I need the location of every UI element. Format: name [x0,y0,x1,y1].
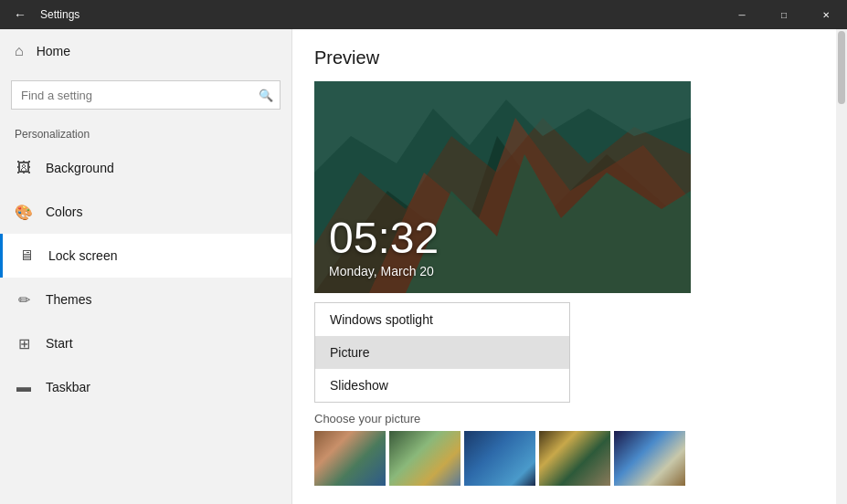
sidebar-item-label: Themes [46,292,92,307]
search-input[interactable] [11,80,281,110]
choose-picture-label: Choose your picture [314,412,825,425]
titlebar: ← Settings ─ □ ✕ [0,0,847,29]
back-button[interactable]: ← [7,2,33,27]
sidebar-item-label: Background [46,161,114,175]
colors-icon: 🎨 [15,204,33,221]
section-title: Personalization [0,117,291,146]
sidebar-item-colors[interactable]: 🎨 Colors [0,190,291,234]
preview-title: Preview [314,47,825,68]
background-type-dropdown: Windows spotlight Picture Slideshow [314,302,691,403]
scrollbar-track[interactable] [836,29,847,504]
close-button[interactable]: ✕ [805,0,847,29]
main-content: Preview 05:32 Monday, March 20 Windows s… [292,29,847,504]
search-icon: 🔍 [259,89,273,102]
dropdown-option-picture[interactable]: Picture [315,336,569,369]
picture-thumbnails [314,431,691,486]
sidebar-item-start[interactable]: ⊞ Start [0,321,291,365]
dropdown-option-windows-spotlight[interactable]: Windows spotlight [315,303,569,336]
app-body: ⌂ Home 🔍 Personalization 🖼 Background 🎨 … [0,29,847,504]
dropdown-list: Windows spotlight Picture Slideshow [314,302,570,403]
minimize-button[interactable]: ─ [721,0,763,29]
sidebar: ⌂ Home 🔍 Personalization 🖼 Background 🎨 … [0,29,292,504]
sidebar-item-taskbar[interactable]: ▬ Taskbar [0,365,291,409]
preview-overlay: 05:32 Monday, March 20 [314,81,691,293]
lock-screen-icon: 🖥 [17,247,36,264]
window-title: Settings [40,8,721,21]
preview-image: 05:32 Monday, March 20 [314,81,691,293]
start-icon: ⊞ [15,335,33,352]
thumbnail-1[interactable] [314,431,386,486]
search-container: 🔍 [11,80,281,110]
back-icon: ← [14,7,26,22]
themes-icon: ✏ [15,291,33,309]
sidebar-item-lock-screen[interactable]: 🖥 Lock screen [0,234,291,278]
sidebar-item-themes[interactable]: ✏ Themes [0,278,291,321]
sidebar-item-label: Lock screen [48,248,117,263]
close-icon: ✕ [822,10,830,20]
taskbar-icon: ▬ [15,379,33,395]
window-controls: ─ □ ✕ [721,0,847,29]
thumbnail-4[interactable] [539,431,610,486]
thumbnail-2[interactable] [389,431,461,486]
sidebar-item-label: Colors [46,205,82,219]
sidebar-item-home[interactable]: ⌂ Home [0,29,291,73]
sidebar-item-background[interactable]: 🖼 Background [0,146,291,190]
sidebar-item-label: Taskbar [46,380,90,394]
home-icon: ⌂ [15,43,24,59]
maximize-icon: □ [781,10,787,20]
preview-date: Monday, March 20 [329,264,676,278]
preview-time: 05:32 [329,216,676,260]
thumbnail-3[interactable] [464,431,535,486]
home-label: Home [37,44,70,58]
scrollbar-thumb[interactable] [838,31,845,104]
thumbnail-5[interactable] [614,431,685,486]
sidebar-item-label: Start [46,336,73,351]
minimize-icon: ─ [738,10,745,20]
maximize-button[interactable]: □ [763,0,805,29]
dropdown-option-slideshow[interactable]: Slideshow [315,369,569,402]
background-icon: 🖼 [15,160,33,176]
